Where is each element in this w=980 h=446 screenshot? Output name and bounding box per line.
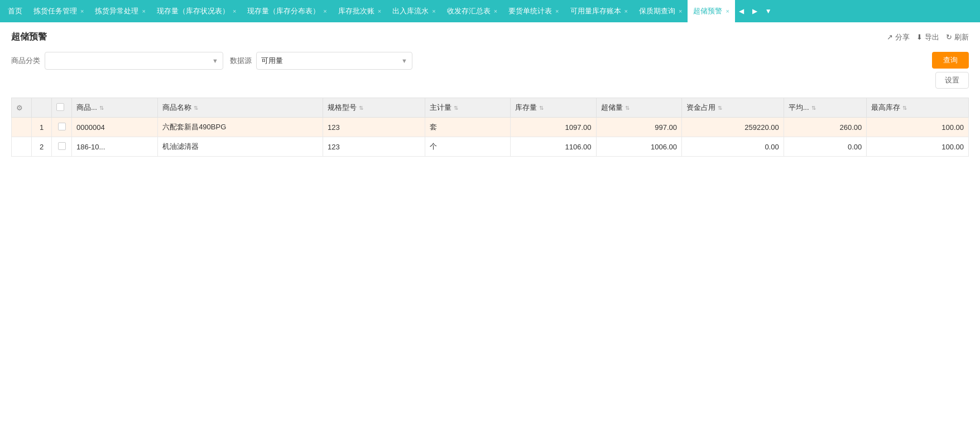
table-row: 2 186-10... 机油滤清器 123 个 1106.00 1006.00 … xyxy=(12,137,969,157)
col-avg: 平均... ⇅ xyxy=(784,98,867,118)
close-icon[interactable]: × xyxy=(378,8,381,14)
nav-inventory-dist[interactable]: 现存量（库存分布表）× xyxy=(242,0,332,22)
category-filter-group: 商品分类 ▼ xyxy=(11,52,223,70)
col-stock: 库存量 ⇅ xyxy=(511,98,596,118)
col-max-stock: 最高库存 ⇅ xyxy=(867,98,969,118)
row-unit: 套 xyxy=(425,118,510,137)
row-name: 六配套新昌490BPG xyxy=(158,118,323,137)
close-icon[interactable]: × xyxy=(432,8,435,14)
row-checkbox[interactable] xyxy=(58,123,66,130)
col-name: 商品名称 ⇅ xyxy=(158,98,323,118)
query-button[interactable]: 查询 xyxy=(932,52,969,69)
row-checkbox-cell xyxy=(52,137,72,157)
close-icon[interactable]: × xyxy=(726,8,729,14)
col-code-sort[interactable]: 商品... ⇅ xyxy=(76,103,104,113)
sort-icon: ⇅ xyxy=(718,105,722,111)
nav-task-mgmt[interactable]: 拣货任务管理 × xyxy=(28,0,89,22)
nav-home[interactable]: 首页 xyxy=(2,0,28,22)
row-index: 2 xyxy=(32,137,52,157)
row-max-stock: 100.00 xyxy=(867,137,969,157)
row-avg: 260.00 xyxy=(784,118,867,137)
row-capital: 0.00 xyxy=(681,137,784,157)
col-capital-sort[interactable]: 资金占用 ⇅ xyxy=(686,103,722,113)
table-row: 1 0000004 六配套新昌490BPG 123 套 1097.00 997.… xyxy=(12,118,969,137)
page-title: 超储预警 xyxy=(11,31,47,43)
nav-more-arrow[interactable]: ▼ xyxy=(762,0,775,22)
row-checkbox[interactable] xyxy=(58,142,66,150)
sort-icon: ⇅ xyxy=(454,105,458,111)
data-table: ⚙ 商品... ⇅ 商品名称 ⇅ xyxy=(11,98,969,157)
datasource-select[interactable]: 可用量 ▼ xyxy=(256,52,412,70)
row-gear-cell xyxy=(12,137,32,157)
col-unit-sort[interactable]: 主计量 ⇅ xyxy=(430,103,458,113)
gear-icon[interactable]: ⚙ xyxy=(16,104,23,112)
nav-overstock[interactable]: 超储预警 × xyxy=(688,0,734,22)
row-name: 机油滤清器 xyxy=(158,137,323,157)
row-stock: 1097.00 xyxy=(511,118,596,137)
row-checkbox-cell xyxy=(52,118,72,137)
nav-available-account[interactable]: 可用量库存账本 × xyxy=(565,0,633,22)
sort-icon: ⇅ xyxy=(811,105,816,111)
category-label: 商品分类 xyxy=(11,56,40,66)
nav-quality[interactable]: 保质期查询 × xyxy=(633,0,688,22)
col-checkbox xyxy=(52,98,72,118)
page-header: 超储预警 ↗ 分享 ⬇ 导出 ↻ 刷新 xyxy=(11,31,969,43)
row-unit: 个 xyxy=(425,137,510,157)
row-max-stock: 100.00 xyxy=(867,118,969,137)
col-stock-sort[interactable]: 库存量 ⇅ xyxy=(515,103,544,113)
close-icon[interactable]: × xyxy=(323,8,326,14)
datasource-filter-group: 数据源 可用量 ▼ xyxy=(230,52,412,70)
close-icon[interactable]: × xyxy=(142,8,145,14)
datasource-value: 可用量 xyxy=(261,56,283,66)
share-icon: ↗ xyxy=(887,33,893,41)
nav-prev-arrow[interactable]: ◀ xyxy=(735,0,748,22)
row-overstock: 1006.00 xyxy=(596,137,681,157)
row-stock: 1106.00 xyxy=(511,137,596,157)
col-name-sort[interactable]: 商品名称 ⇅ xyxy=(162,103,198,113)
select-all-checkbox[interactable] xyxy=(56,103,64,111)
nav-summary[interactable]: 收发存汇总表 × xyxy=(441,0,503,22)
nav-inventory-status[interactable]: 现存量（库存状况表）× xyxy=(151,0,242,22)
sort-icon: ⇅ xyxy=(902,105,907,111)
col-overstock-sort[interactable]: 超储量 ⇅ xyxy=(601,103,630,113)
col-gear: ⚙ xyxy=(12,98,32,118)
header-actions: ↗ 分享 ⬇ 导出 ↻ 刷新 xyxy=(887,32,969,42)
sort-icon: ⇅ xyxy=(194,105,198,111)
col-capital: 资金占用 ⇅ xyxy=(681,98,784,118)
category-select[interactable]: ▼ xyxy=(45,52,223,70)
close-icon[interactable]: × xyxy=(233,8,236,14)
refresh-button[interactable]: ↻ 刷新 xyxy=(946,32,969,42)
export-icon: ⬇ xyxy=(916,33,923,41)
action-buttons: 查询 设置 xyxy=(932,52,969,89)
col-spec: 规格型号 ⇅ xyxy=(323,98,425,118)
col-index xyxy=(32,98,52,118)
nav-requisition[interactable]: 要货单统计表 × xyxy=(503,0,564,22)
refresh-icon: ↻ xyxy=(946,33,952,41)
row-code: 186-10... xyxy=(72,137,158,157)
nav-bar: 首页 拣货任务管理 × 拣货异常处理 × 现存量（库存状况表）× 现存量（库存分… xyxy=(0,0,980,22)
close-icon[interactable]: × xyxy=(80,8,84,14)
close-icon[interactable]: × xyxy=(494,8,497,14)
row-gear-cell xyxy=(12,118,32,137)
row-index: 1 xyxy=(32,118,52,137)
close-icon[interactable]: × xyxy=(679,8,682,14)
sort-icon: ⇅ xyxy=(359,105,363,111)
nav-next-arrow[interactable]: ▶ xyxy=(748,0,762,22)
col-spec-sort[interactable]: 规格型号 ⇅ xyxy=(328,103,363,113)
row-overstock: 997.00 xyxy=(596,118,681,137)
nav-batch-account[interactable]: 库存批次账 × xyxy=(333,0,387,22)
chevron-down-icon: ▼ xyxy=(401,57,407,64)
sort-icon: ⇅ xyxy=(539,105,544,111)
close-icon[interactable]: × xyxy=(624,8,628,14)
sort-icon: ⇅ xyxy=(625,105,630,111)
nav-abnormal[interactable]: 拣货异常处理 × xyxy=(89,0,151,22)
setting-button[interactable]: 设置 xyxy=(935,72,969,89)
col-unit: 主计量 ⇅ xyxy=(425,98,510,118)
export-button[interactable]: ⬇ 导出 xyxy=(916,32,939,42)
col-avg-sort[interactable]: 平均... ⇅ xyxy=(789,103,816,113)
close-icon[interactable]: × xyxy=(555,8,559,14)
col-max-stock-sort[interactable]: 最高库存 ⇅ xyxy=(871,103,907,113)
sort-icon: ⇅ xyxy=(99,105,104,111)
nav-inout-flow[interactable]: 出入库流水 × xyxy=(387,0,441,22)
share-button[interactable]: ↗ 分享 xyxy=(887,32,910,42)
